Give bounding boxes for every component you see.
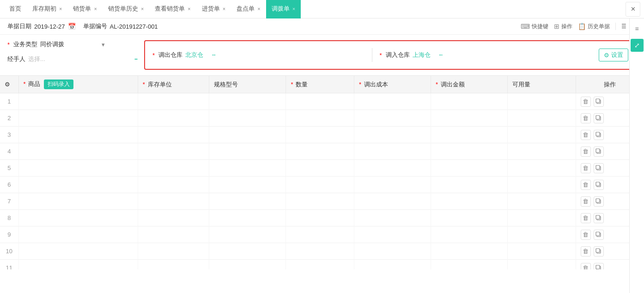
col-settings[interactable]: ⚙ xyxy=(0,76,18,93)
delete-row-3[interactable]: 🗑 xyxy=(581,130,591,140)
copy-row-5[interactable] xyxy=(594,163,604,173)
cost-cell-10[interactable] xyxy=(354,243,431,260)
table-row: 1🗑 xyxy=(0,93,644,110)
tab-close-sales-history[interactable]: × xyxy=(141,6,144,12)
goods-cell-1[interactable] xyxy=(18,93,138,110)
delete-row-5[interactable]: 🗑 xyxy=(581,163,591,173)
qty-cell-10[interactable] xyxy=(286,243,354,260)
business-type-select[interactable]: 同价调拨 ▾ xyxy=(40,40,105,49)
delete-row-10[interactable]: 🗑 xyxy=(581,246,591,256)
tab-transfer[interactable]: 调拨单 × xyxy=(266,0,301,18)
copy-row-9[interactable] xyxy=(594,230,604,240)
goods-cell-5[interactable] xyxy=(18,160,138,177)
goods-cell-10[interactable] xyxy=(18,243,138,260)
qty-cell-1[interactable] xyxy=(286,93,354,110)
window-close-button[interactable]: ✕ xyxy=(626,2,640,17)
copy-row-8[interactable] xyxy=(594,213,604,223)
qty-cell-6[interactable] xyxy=(286,177,354,193)
copy-row-10[interactable] xyxy=(594,246,604,256)
tab-view-sales[interactable]: 查看销货单 × xyxy=(149,0,196,18)
cost-cell-4[interactable] xyxy=(354,143,431,160)
qty-cell-3[interactable] xyxy=(286,127,354,143)
cost-cell-7[interactable] xyxy=(354,193,431,210)
goods-cell-3[interactable] xyxy=(18,127,138,143)
cost-cell-8[interactable] xyxy=(354,210,431,226)
tab-close-view-sales[interactable]: × xyxy=(188,6,190,12)
cost-cell-5[interactable] xyxy=(354,160,431,177)
delete-row-7[interactable]: 🗑 xyxy=(581,196,591,207)
copy-row-7[interactable] xyxy=(594,196,604,207)
goods-cell-11[interactable] xyxy=(18,260,138,270)
goods-cell-8[interactable] xyxy=(18,210,138,226)
cost-cell-3[interactable] xyxy=(354,127,431,143)
cost-cell-6[interactable] xyxy=(354,177,431,193)
copy-row-3[interactable] xyxy=(594,130,604,140)
scan-button[interactable]: 扫码录入 xyxy=(44,79,73,89)
tab-purchase[interactable]: 进货单 × xyxy=(196,0,231,18)
goods-cell-7[interactable] xyxy=(18,193,138,210)
copy-row-4[interactable] xyxy=(594,146,604,157)
transfer-out-label: 调出仓库 xyxy=(158,51,182,59)
copy-row-11[interactable] xyxy=(594,263,604,270)
tab-close-transfer[interactable]: × xyxy=(292,6,295,12)
tab-stock-count[interactable]: 盘点单 × xyxy=(231,0,266,18)
handler-placeholder[interactable]: 选择... xyxy=(28,55,129,63)
handler-more-icon[interactable]: ··· xyxy=(134,54,137,64)
unit-cell-7 xyxy=(138,193,209,210)
amount-cell-1 xyxy=(431,93,508,110)
cost-cell-1[interactable] xyxy=(354,93,431,110)
warehouse-settings-button[interactable]: ⚙ 设置 xyxy=(599,49,628,61)
transfer-out-value[interactable]: 北京仓 xyxy=(185,51,203,59)
table-body: 1🗑2🗑3🗑4🗑5🗑6🗑7🗑8🗑9🗑10🗑11🗑小计0.000.000.00 xyxy=(0,93,644,270)
dropdown-arrow-icon[interactable]: ▾ xyxy=(102,41,105,48)
unit-cell-9 xyxy=(138,226,209,243)
tab-sales-order[interactable]: 销货单 × xyxy=(67,0,102,18)
transfer-out-more-icon[interactable]: ··· xyxy=(212,51,215,59)
tab-close-purchase[interactable]: × xyxy=(223,6,225,12)
qty-cell-4[interactable] xyxy=(286,143,354,160)
qty-cell-2[interactable] xyxy=(286,110,354,127)
delete-row-9[interactable]: 🗑 xyxy=(581,230,591,240)
copy-row-2[interactable] xyxy=(594,113,604,123)
goods-cell-4[interactable] xyxy=(18,143,138,160)
goods-cell-6[interactable] xyxy=(18,177,138,193)
delete-row-11[interactable]: 🗑 xyxy=(581,263,591,270)
delete-row-6[interactable]: 🗑 xyxy=(581,180,591,190)
qty-cell-7[interactable] xyxy=(286,193,354,210)
sidebar-expand-icon[interactable]: ⤢ xyxy=(631,39,644,52)
delete-row-1[interactable]: 🗑 xyxy=(581,97,591,107)
cost-cell-2[interactable] xyxy=(354,110,431,127)
qty-cell-5[interactable] xyxy=(286,160,354,177)
qty-cell-8[interactable] xyxy=(286,210,354,226)
tab-close-sales[interactable]: × xyxy=(94,6,97,12)
transfer-in-value[interactable]: 上海仓 xyxy=(413,51,431,59)
tab-close-inventory[interactable]: × xyxy=(59,6,62,12)
history-button[interactable]: 📋 历史单据 xyxy=(578,23,610,31)
tab-sales-history[interactable]: 销货单历史 × xyxy=(103,0,149,18)
calendar-icon[interactable]: 📅 xyxy=(68,23,76,30)
qty-cell-11[interactable] xyxy=(286,260,354,270)
table-row: 11🗑 xyxy=(0,260,644,270)
operations-button[interactable]: ⊞ 操作 xyxy=(554,23,572,31)
cost-cell-9[interactable] xyxy=(354,226,431,243)
transfer-in-more-icon[interactable]: ··· xyxy=(439,51,442,59)
spec-cell-1 xyxy=(209,93,286,110)
delete-row-8[interactable]: 🗑 xyxy=(581,213,591,223)
tab-close-stock[interactable]: × xyxy=(257,6,260,12)
settings-icon[interactable]: ⚙ xyxy=(5,81,10,88)
sidebar-list-icon[interactable]: ≡ xyxy=(631,22,644,35)
quick-keys-button[interactable]: ⌨ 快捷键 xyxy=(521,23,548,31)
copy-row-6[interactable] xyxy=(594,180,604,190)
delete-row-2[interactable]: 🗑 xyxy=(581,113,591,123)
goods-cell-9[interactable] xyxy=(18,226,138,243)
cost-cell-11[interactable] xyxy=(354,260,431,270)
doc-number-value: AL-20191227-001 xyxy=(110,23,158,30)
copy-row-1[interactable] xyxy=(594,97,604,107)
tab-inventory-init[interactable]: 库存期初 × xyxy=(27,0,67,18)
qty-cell-9[interactable] xyxy=(286,226,354,243)
tab-home[interactable]: 首页 xyxy=(4,0,27,18)
avail-cell-7 xyxy=(508,193,576,210)
delete-row-4[interactable]: 🗑 xyxy=(581,146,591,157)
list-view-button[interactable]: ☰ xyxy=(621,23,626,30)
goods-cell-2[interactable] xyxy=(18,110,138,127)
